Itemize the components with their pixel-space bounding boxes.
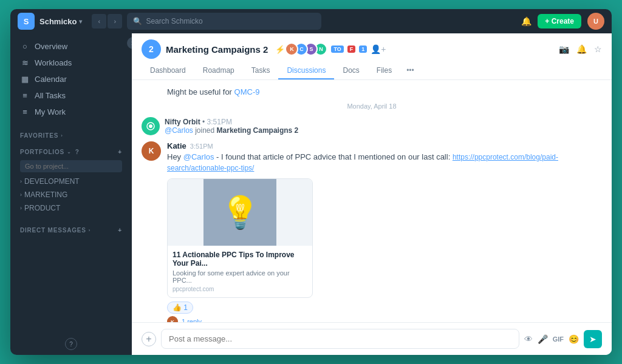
favorites-label: FAVORITES <box>20 132 58 139</box>
author-katie: Katie <box>167 141 186 150</box>
sidebar-item-label: All Tasks <box>35 91 66 100</box>
sidebar-item-workloads[interactable]: ≋ Workloads <box>10 55 132 71</box>
project-title-actions: ⚡ K C S N TO F 1 👤+ <box>275 42 386 56</box>
development-label: DEVELOPMENT <box>24 177 80 186</box>
svg-point-0 <box>149 124 152 128</box>
link-preview-desc: Looking for some expert advice on your P… <box>173 269 307 284</box>
sidebar-group-marketing[interactable]: › MARKETING <box>10 188 132 201</box>
workspace-chevron-icon: ▾ <box>79 18 82 25</box>
overview-icon: ○ <box>20 42 30 51</box>
portfolios-help-icon[interactable]: ? <box>75 149 80 155</box>
tab-discussions[interactable]: Discussions <box>278 62 334 79</box>
date-divider: Monday, April 18 <box>142 103 602 110</box>
system-avatar-nifty <box>142 117 160 135</box>
create-button[interactable]: + Create <box>538 14 581 29</box>
mic-icon[interactable]: 🎤 <box>538 334 548 344</box>
portfolios-label: PORTFOLIOS <box>20 149 64 155</box>
main-layout: ✕ ○ Overview ≋ Workloads ▦ Calendar ≡ Al… <box>10 33 612 355</box>
project-search-input[interactable] <box>20 160 122 172</box>
sidebar-section-direct-messages[interactable]: DIRECT MESSAGES › + <box>10 220 132 236</box>
sidebar-item-label: Workloads <box>35 58 72 67</box>
attachment-plus-button[interactable]: + <box>142 332 156 346</box>
user-avatar[interactable]: U <box>587 13 604 30</box>
my-work-icon: ≡ <box>20 107 30 116</box>
reaction-thumbsup[interactable]: 👍 1 <box>167 302 193 314</box>
link-preview-url: ppcprotect.com <box>173 286 307 292</box>
project-icon: 2 <box>142 39 161 59</box>
portfolios-expand-icon: ⌄ <box>67 149 72 155</box>
star-icon[interactable]: ☆ <box>594 44 602 54</box>
sidebar-item-label: Overview <box>35 42 67 51</box>
mention-qmc9-top[interactable]: QMC-9 <box>234 87 260 96</box>
project-tabs: Dashboard Roadmap Tasks Discussions Docs… <box>142 62 602 79</box>
tab-tasks[interactable]: Tasks <box>243 62 279 79</box>
project-header: 2 Marketing Campaigns 2 ⚡ K C S N TO F 1 <box>132 33 612 80</box>
tab-roadmap[interactable]: Roadmap <box>194 62 243 79</box>
send-button[interactable]: ➤ <box>584 330 602 348</box>
link-preview-body: 11 Actionable PPC Tips To Improve Your P… <box>168 246 312 297</box>
marketing-label: MARKETING <box>24 190 67 199</box>
sidebar-item-my-work[interactable]: ≡ My Work <box>10 104 132 120</box>
message-input[interactable] <box>161 329 519 349</box>
portfolios-add-icon[interactable]: + <box>118 149 122 155</box>
nav-arrows: ‹ › <box>92 14 122 29</box>
badge-to: TO <box>331 46 343 53</box>
sidebar-item-calendar[interactable]: ▦ Calendar <box>10 71 132 87</box>
sidebar-item-overview[interactable]: ○ Overview <box>10 38 132 55</box>
tab-files[interactable]: Files <box>368 62 400 79</box>
top-bar: S Schmicko ▾ ‹ › 🔍 Search Schmicko 🔔 + C… <box>10 9 612 33</box>
video-icon[interactable]: 📷 <box>559 44 569 54</box>
sidebar-section-favorites[interactable]: FAVORITES › <box>10 125 132 141</box>
link-preview-image: 💡 <box>168 179 312 246</box>
link-preview-card[interactable]: 💡 11 Actionable PPC Tips To Improve Your… <box>167 178 313 298</box>
input-icons: 👁 🎤 GIF 😊 <box>524 334 579 344</box>
avatar-group: K C S N <box>289 42 327 56</box>
emoji-icon[interactable]: 😊 <box>569 334 579 344</box>
system-message-nifty: Nifty Orbit • 3:51PM @Carlos joined Mark… <box>142 117 602 135</box>
nav-forward-button[interactable]: › <box>108 14 122 29</box>
badge-f: F <box>347 46 356 53</box>
tab-docs[interactable]: Docs <box>334 62 367 79</box>
system-text-nifty: Nifty Orbit • 3:51PM @Carlos joined Mark… <box>165 118 298 135</box>
sidebar-group-product[interactable]: › PRODUCT <box>10 201 132 215</box>
favorites-expand-icon: › <box>61 133 63 138</box>
link-ppc[interactable]: https://ppcprotect.com/blog/paid-search/… <box>167 153 558 172</box>
all-tasks-icon: ≡ <box>20 91 30 100</box>
invite-members-icon[interactable]: 👤+ <box>371 44 386 54</box>
workspace-name[interactable]: Schmicko ▾ <box>39 17 82 26</box>
reply-count: 1 reply <box>182 318 202 322</box>
eye-icon[interactable]: 👁 <box>524 334 533 344</box>
direct-messages-label: DIRECT MESSAGES <box>20 227 86 234</box>
nav-back-button[interactable]: ‹ <box>92 14 106 29</box>
mention-carlos-katie[interactable]: @Carlos <box>183 152 214 161</box>
help-icon[interactable]: ? <box>65 338 77 350</box>
avatar-katie: K <box>142 141 161 161</box>
reply-link-katie[interactable]: K 1 reply <box>167 316 602 322</box>
sidebar-item-label: Calendar <box>35 75 67 84</box>
sidebar-item-all-tasks[interactable]: ≡ All Tasks <box>10 87 132 104</box>
marketing-arrow-icon: › <box>20 192 22 198</box>
tab-more-button[interactable]: ••• <box>400 62 420 79</box>
notifications-header-icon[interactable]: 🔔 <box>576 44 587 54</box>
chat-area: Might be useful for QMC-9 Monday, April … <box>132 80 612 322</box>
dm-add-icon[interactable]: + <box>118 227 122 234</box>
gif-icon[interactable]: GIF <box>553 335 564 343</box>
workloads-icon: ≋ <box>20 58 30 67</box>
header-right-actions: 📷 🔔 ☆ <box>559 44 602 54</box>
search-bar[interactable]: 🔍 Search Schmicko <box>127 13 321 30</box>
message-plain-top: Might be useful for QMC-9 <box>142 87 602 96</box>
sidebar: ✕ ○ Overview ≋ Workloads ▦ Calendar ≡ Al… <box>10 33 132 355</box>
message-text-katie: Hey @Carlos - I found that article of PP… <box>167 152 602 174</box>
sidebar-group-development[interactable]: › DEVELOPMENT <box>10 175 132 188</box>
send-icon: ➤ <box>589 334 596 344</box>
search-icon: 🔍 <box>133 17 142 25</box>
link-preview-title: 11 Actionable PPC Tips To Improve Your P… <box>173 251 307 268</box>
top-bar-right: 🔔 + Create U <box>521 13 604 30</box>
badge-count: 1 <box>359 46 367 53</box>
tab-dashboard[interactable]: Dashboard <box>142 62 194 79</box>
sidebar-section-portfolios[interactable]: PORTFOLIOS ⌄ ? + <box>10 141 132 158</box>
notifications-bell-icon[interactable]: 🔔 <box>521 16 531 26</box>
project-title-row: 2 Marketing Campaigns 2 ⚡ K C S N TO F 1 <box>142 33 602 62</box>
product-label: PRODUCT <box>24 204 60 212</box>
bulb-icon: 💡 <box>220 194 260 231</box>
